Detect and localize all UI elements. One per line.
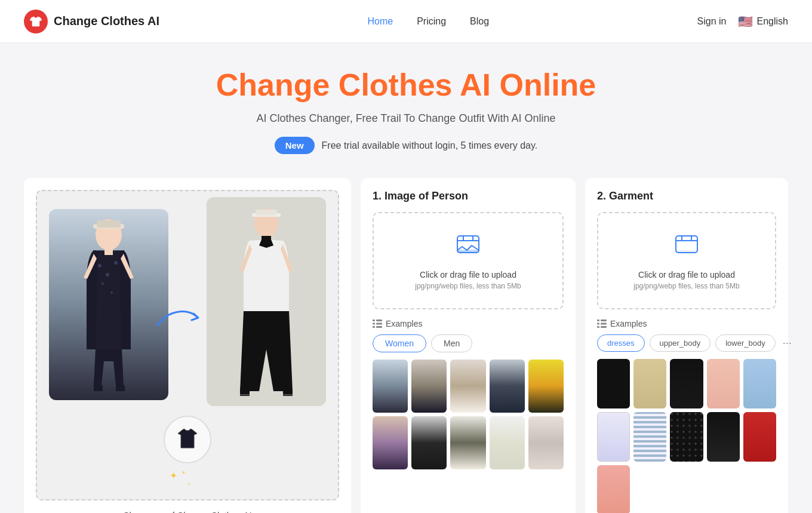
content-grid: ✦ ✦ ✦ bbox=[24, 178, 788, 513]
person-filter-tabs: Women Men bbox=[373, 334, 564, 352]
person-upload-zone[interactable]: Click or drag file to upload jpg/png/web… bbox=[373, 212, 564, 309]
svg-rect-21 bbox=[373, 326, 375, 328]
sparkle-icon: ✦ bbox=[170, 470, 177, 481]
new-badge: New bbox=[275, 137, 315, 154]
person-examples-label: Examples bbox=[373, 319, 564, 328]
svg-rect-19 bbox=[373, 323, 375, 325]
nav-home[interactable]: Home bbox=[368, 16, 393, 27]
garment-example-8[interactable] bbox=[670, 412, 703, 462]
person-example-9[interactable] bbox=[490, 416, 525, 469]
svg-rect-17 bbox=[373, 320, 375, 321]
person-example-7[interactable] bbox=[411, 416, 447, 469]
garment-panel: 2. Garment Click or drag file to upload … bbox=[585, 178, 788, 513]
garment-example-2[interactable] bbox=[633, 359, 666, 408]
garment-filter-tabs: dresses upper_body lower_body ··· bbox=[597, 334, 776, 352]
person-upload-text: Click or drag file to upload bbox=[386, 270, 550, 279]
svg-rect-2 bbox=[97, 220, 121, 228]
list-icon bbox=[373, 320, 382, 328]
flag-icon: 🇺🇸 bbox=[738, 14, 753, 29]
garment-tab-dresses[interactable]: dresses bbox=[597, 334, 645, 352]
hero-subtitle: AI Clothes Changer, Free Trail To Change… bbox=[24, 112, 788, 125]
logo-icon bbox=[24, 10, 48, 33]
more-tabs-button[interactable]: ··· bbox=[783, 337, 792, 349]
person-examples-grid bbox=[373, 360, 564, 469]
garment-example-10[interactable] bbox=[743, 412, 776, 462]
garment-upload-icon bbox=[610, 231, 763, 263]
garment-example-3[interactable] bbox=[670, 359, 703, 408]
garment-upload-text: Click or drag file to upload bbox=[610, 270, 763, 279]
nav-blog[interactable]: Blog bbox=[470, 16, 489, 27]
svg-rect-11 bbox=[256, 210, 277, 216]
svg-rect-28 bbox=[601, 323, 607, 325]
person-after bbox=[207, 197, 326, 406]
person-upload-subtext: jpg/png/webp files, less than 5Mb bbox=[386, 282, 550, 290]
hero-title: Change Clothes AI Online bbox=[24, 67, 788, 103]
sign-in-button[interactable]: Sign in bbox=[697, 16, 727, 27]
language-selector[interactable]: 🇺🇸 English bbox=[738, 14, 788, 29]
person-before bbox=[49, 209, 168, 400]
garment-upload-zone[interactable]: Click or drag file to upload jpg/png/web… bbox=[597, 212, 776, 309]
showcase-panel: ✦ ✦ ✦ bbox=[24, 178, 351, 513]
garment-example-9[interactable] bbox=[707, 412, 740, 462]
filter-men-tab[interactable]: Men bbox=[431, 334, 472, 352]
svg-rect-24 bbox=[676, 250, 697, 253]
garment-example-4[interactable] bbox=[707, 359, 740, 408]
svg-point-4 bbox=[106, 273, 109, 277]
garment-tab-lower[interactable]: lower_body bbox=[715, 334, 776, 352]
person-example-3[interactable] bbox=[450, 360, 485, 413]
arrow-decoration bbox=[155, 305, 202, 337]
svg-point-6 bbox=[102, 282, 104, 285]
garment-example-7[interactable] bbox=[633, 412, 666, 462]
garment-tab-upper[interactable]: upper_body bbox=[650, 334, 711, 352]
person-panel-title: 1. Image of Person bbox=[373, 190, 564, 202]
upload-inbox-icon bbox=[386, 231, 550, 263]
person-example-8[interactable] bbox=[450, 416, 485, 469]
svg-rect-22 bbox=[376, 326, 382, 328]
garment-example-1[interactable] bbox=[597, 359, 630, 408]
person-example-4[interactable] bbox=[490, 360, 525, 413]
garment-example-5[interactable] bbox=[743, 359, 776, 408]
person-example-1[interactable] bbox=[373, 360, 408, 413]
svg-rect-8 bbox=[104, 248, 113, 255]
garment-example-6[interactable] bbox=[597, 412, 630, 462]
garment-examples-grid bbox=[597, 359, 776, 513]
svg-rect-26 bbox=[601, 320, 607, 321]
svg-rect-29 bbox=[597, 326, 599, 328]
free-trial-text: Free trial available without login, 5 ti… bbox=[322, 140, 538, 151]
nav-pricing[interactable]: Pricing bbox=[417, 16, 446, 27]
hero-badge-row: New Free trial available without login, … bbox=[24, 137, 788, 154]
svg-rect-20 bbox=[376, 323, 382, 325]
person-example-10[interactable] bbox=[528, 416, 564, 469]
person-panel: 1. Image of Person Click or bbox=[361, 178, 576, 513]
svg-point-3 bbox=[98, 264, 102, 268]
examples-text: Examples bbox=[386, 319, 422, 328]
svg-point-5 bbox=[114, 261, 118, 265]
person-example-2[interactable] bbox=[411, 360, 447, 413]
garment-panel-title: 2. Garment bbox=[597, 190, 776, 202]
person-example-5[interactable] bbox=[528, 360, 564, 413]
svg-rect-30 bbox=[601, 326, 607, 328]
svg-rect-27 bbox=[597, 323, 599, 325]
showcase-inner: ✦ ✦ ✦ bbox=[36, 190, 339, 500]
svg-rect-25 bbox=[597, 320, 599, 321]
language-label: English bbox=[756, 16, 788, 27]
filter-women-tab[interactable]: Women bbox=[373, 334, 426, 352]
logo-container[interactable]: Change Clothes AI bbox=[24, 10, 159, 33]
garment-list-icon bbox=[597, 320, 607, 328]
garment-examples-text: Examples bbox=[610, 319, 647, 328]
showcase-caption: Showcase of Change Clothes AI bbox=[36, 510, 339, 513]
svg-rect-18 bbox=[376, 320, 382, 321]
main-nav: Home Pricing Blog bbox=[368, 16, 490, 27]
garment-example-11[interactable] bbox=[597, 465, 630, 513]
garment-examples-label: Examples bbox=[597, 319, 776, 328]
sparkle-tiny-icon: ✦ bbox=[187, 482, 190, 486]
garment-bubble bbox=[164, 416, 211, 463]
sparkle-small-icon: ✦ bbox=[182, 470, 186, 475]
header-right: Sign in 🇺🇸 English bbox=[697, 14, 788, 29]
logo-text: Change Clothes AI bbox=[54, 14, 159, 28]
svg-rect-23 bbox=[676, 236, 697, 253]
svg-point-7 bbox=[110, 291, 113, 294]
person-example-6[interactable] bbox=[373, 416, 408, 469]
hero-section: Change Clothes AI Online AI Clothes Chan… bbox=[24, 67, 788, 154]
header: Change Clothes AI Home Pricing Blog Sign… bbox=[0, 0, 812, 43]
